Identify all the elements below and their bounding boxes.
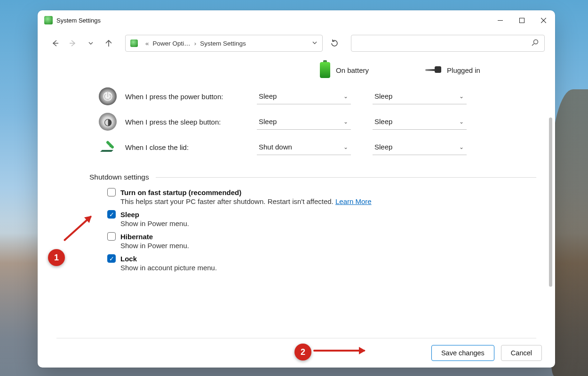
breadcrumb-item-system-settings[interactable]: System Settings [200, 40, 246, 47]
chevron-right-icon: › [194, 40, 197, 47]
chevron-down-icon [88, 40, 94, 46]
hibernate-description: Show in Power menu. [107, 242, 536, 250]
address-bar[interactable]: « Power Opti… › System Settings [125, 35, 323, 52]
toolbar: « Power Opti… › System Settings [38, 30, 555, 56]
titlebar: System Settings [38, 10, 555, 30]
close-lid-plugged-select[interactable]: Sleep⌄ [373, 139, 467, 155]
plug-icon [425, 65, 441, 75]
sleep-title: Sleep [120, 211, 139, 219]
close-lid-battery-select[interactable]: Shut down⌄ [257, 139, 351, 155]
maximize-button[interactable] [511, 10, 532, 30]
fast-startup-description: This helps start your PC faster after sh… [107, 197, 536, 205]
arrow-right-icon [69, 39, 77, 47]
column-plugged-in-label: Plugged in [447, 66, 480, 74]
option-sleep: ✓ Sleep Show in Power menu. [56, 210, 536, 227]
refresh-icon [330, 39, 339, 47]
sleep-description: Show in Power menu. [107, 219, 536, 227]
svg-line-8 [532, 44, 534, 46]
chevron-down-icon: ⌄ [459, 144, 464, 150]
chevron-down-icon: ⌄ [459, 93, 464, 100]
window-title: System Settings [56, 17, 101, 24]
annotation-arrow-2 [313, 350, 365, 352]
svg-point-7 [534, 40, 538, 44]
breadcrumb-item-power-options[interactable]: Power Opti… [153, 40, 191, 47]
svg-rect-1 [519, 18, 524, 23]
option-fast-startup: Turn on fast startup (recommended) This … [56, 188, 536, 205]
breadcrumb-prefix: « [145, 40, 149, 47]
fast-startup-title: Turn on fast startup (recommended) [120, 188, 241, 196]
search-icon [532, 39, 539, 47]
column-on-battery-label: On battery [336, 66, 369, 74]
back-button[interactable] [48, 36, 62, 50]
chevron-down-icon: ⌄ [343, 93, 348, 100]
power-button-icon [99, 87, 117, 105]
fast-startup-checkbox[interactable] [107, 188, 116, 196]
refresh-button[interactable] [326, 35, 342, 51]
arrow-left-icon [51, 39, 59, 47]
row-power-button: When I press the power button: Sleep⌄ Sl… [56, 84, 536, 109]
minimize-icon [498, 18, 503, 23]
chevron-down-icon: ⌄ [343, 118, 348, 125]
power-button-battery-select[interactable]: Sleep⌄ [257, 88, 351, 104]
lock-title: Lock [120, 255, 137, 263]
sleep-button-plugged-select[interactable]: Sleep⌄ [373, 114, 467, 130]
chevron-down-icon: ⌄ [343, 144, 348, 150]
settings-window: System Settings « Pow [38, 10, 555, 368]
sleep-button-label: When I press the sleep button: [125, 118, 248, 126]
annotation-badge-1: 1 [48, 249, 65, 266]
column-plugged-in: Plugged in [425, 65, 480, 75]
sleep-checkbox[interactable]: ✓ [107, 210, 116, 219]
hibernate-title: Hibernate [120, 233, 153, 241]
location-icon [130, 39, 138, 47]
app-icon [44, 16, 53, 24]
section-divider [156, 177, 536, 178]
option-hibernate: Hibernate Show in Power menu. [56, 232, 536, 250]
scrollbar[interactable] [549, 118, 552, 287]
power-button-plugged-select[interactable]: Sleep⌄ [373, 88, 467, 104]
arrow-up-icon [104, 39, 113, 47]
chevron-down-icon: ⌄ [459, 118, 464, 125]
section-title: Shutdown settings [89, 173, 149, 181]
address-dropdown-button[interactable] [312, 40, 318, 47]
lid-icon [99, 138, 117, 156]
search-bar[interactable] [351, 35, 545, 52]
sleep-button-battery-select[interactable]: Sleep⌄ [257, 114, 351, 130]
row-close-lid: When I close the lid: Shut down⌄ Sleep⌄ [56, 134, 536, 160]
forward-button[interactable] [66, 36, 80, 50]
battery-icon [320, 62, 330, 78]
content-area: On battery Plugged in When I press the p… [38, 56, 555, 338]
sleep-button-icon [99, 113, 117, 131]
row-sleep-button: When I press the sleep button: Sleep⌄ Sl… [56, 109, 536, 134]
search-input[interactable] [357, 40, 532, 47]
lock-checkbox[interactable]: ✓ [107, 254, 116, 263]
column-on-battery: On battery [320, 62, 369, 78]
close-icon [541, 18, 546, 23]
maximize-icon [519, 18, 524, 23]
power-button-label: When I press the power button: [125, 93, 248, 101]
close-button[interactable] [532, 10, 554, 30]
save-changes-button[interactable]: Save changes [431, 345, 494, 361]
lock-description: Show in account picture menu. [107, 264, 536, 272]
up-button[interactable] [102, 36, 116, 50]
close-lid-label: When I close the lid: [125, 143, 248, 151]
chevron-down-icon [312, 40, 318, 46]
cancel-button[interactable]: Cancel [501, 345, 542, 361]
minimize-button[interactable] [489, 10, 511, 30]
hibernate-checkbox[interactable] [107, 232, 116, 241]
section-shutdown-settings: Shutdown settings [56, 173, 536, 181]
history-dropdown-button[interactable] [84, 36, 98, 50]
annotation-badge-2: 2 [294, 344, 311, 360]
column-headers: On battery Plugged in [56, 56, 536, 84]
option-lock: ✓ Lock Show in account picture menu. [56, 254, 536, 272]
learn-more-link[interactable]: Learn More [335, 197, 372, 205]
